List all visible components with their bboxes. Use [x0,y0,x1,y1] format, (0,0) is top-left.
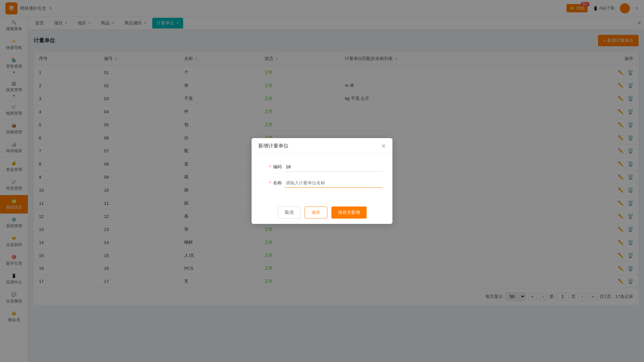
save-and-new-button[interactable]: 保存并新增 [331,206,367,219]
add-unit-modal: 新增计量单位 ✕ * 编码 * 名称 取消 保存 保存并新增 [252,138,392,224]
code-input[interactable] [284,162,382,172]
modal-overlay: 新增计量单位 ✕ * 编码 * 名称 取消 保存 保存并新增 [0,0,644,362]
save-button[interactable]: 保存 [305,206,327,219]
cancel-button[interactable]: 取消 [278,206,301,219]
form-row-code: * 编码 [262,162,382,172]
name-required: * [269,180,271,185]
modal-body: * 编码 * 名称 [252,154,392,202]
modal-footer: 取消 保存 保存并新增 [252,202,392,224]
code-required: * [269,164,271,169]
code-label: * 编码 [262,164,282,170]
form-row-name: * 名称 [262,178,382,188]
modal-close-button[interactable]: ✕ [381,143,386,149]
name-input[interactable] [284,178,382,188]
name-label: * 名称 [262,180,282,186]
modal-title: 新增计量单位 [258,143,288,149]
modal-header: 新增计量单位 ✕ [252,138,392,154]
